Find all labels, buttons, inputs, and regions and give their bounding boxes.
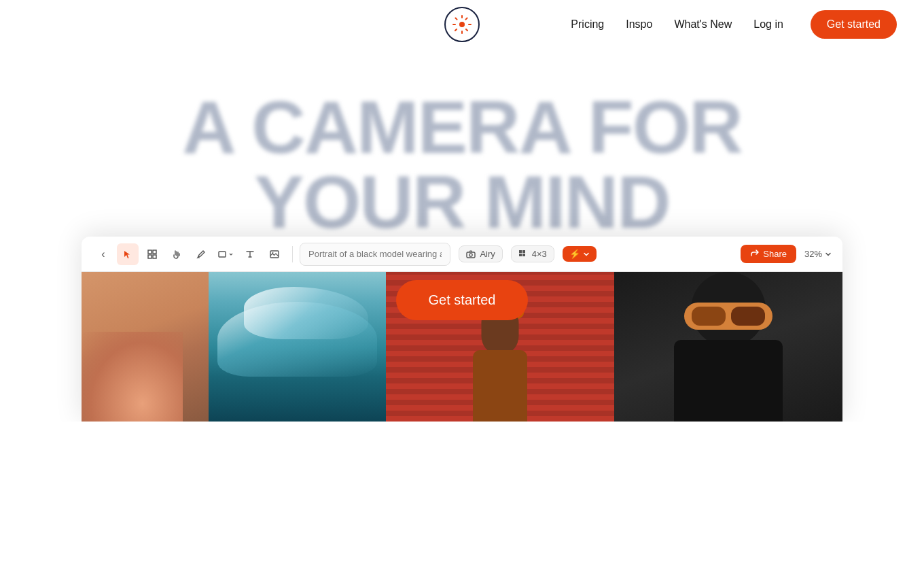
nav-inspo[interactable]: Inspo — [626, 18, 652, 31]
svg-rect-13 — [219, 252, 226, 257]
share-button[interactable]: Share — [741, 245, 796, 263]
svg-rect-6 — [465, 29, 469, 32]
logo-icon — [451, 14, 473, 35]
text-icon — [245, 250, 255, 259]
shape-tool[interactable] — [215, 243, 236, 265]
nav-get-started-button[interactable]: Get started — [811, 10, 897, 39]
logo-circle — [444, 7, 480, 42]
nav-whats-new[interactable]: What's New — [674, 18, 732, 31]
text-tool[interactable] — [190, 243, 212, 265]
camera-badge[interactable]: Airy — [459, 245, 502, 262]
svg-point-0 — [459, 22, 465, 27]
lightning-button[interactable]: ⚡ — [563, 246, 597, 262]
svg-rect-10 — [153, 250, 156, 254]
svg-point-17 — [469, 253, 472, 256]
camera-icon — [466, 250, 476, 259]
nav-pricing[interactable]: Pricing — [571, 18, 604, 31]
zoom-chevron-icon — [825, 251, 832, 258]
share-label: Share — [763, 249, 787, 259]
svg-rect-5 — [455, 17, 458, 20]
app-preview: ‹ — [82, 237, 842, 422]
svg-rect-11 — [148, 255, 152, 258]
type-tool[interactable] — [239, 243, 261, 265]
svg-rect-9 — [148, 250, 152, 254]
goggle-right — [731, 307, 765, 326]
svg-rect-20 — [519, 254, 522, 256]
logo[interactable] — [444, 7, 480, 42]
grid-icon — [147, 250, 157, 259]
zoom-control[interactable]: 32% — [804, 249, 832, 259]
toolbar-separator — [292, 246, 293, 262]
pan-tool[interactable] — [166, 243, 188, 265]
canvas-image-4 — [614, 272, 842, 422]
svg-rect-4 — [468, 24, 472, 25]
camera-mode-label: Airy — [480, 249, 495, 259]
image-icon — [270, 250, 279, 259]
body — [473, 350, 527, 422]
grid-tool[interactable] — [141, 243, 163, 265]
svg-rect-3 — [452, 24, 456, 25]
zoom-value: 32% — [804, 249, 822, 259]
navbar: Pricing Inspo What's New Log in Get star… — [0, 0, 924, 49]
body-dark — [674, 340, 783, 422]
svg-rect-12 — [153, 255, 156, 258]
hero-title-line1: A CAMERA FOR — [182, 90, 741, 165]
lightning-icon: ⚡ — [569, 249, 580, 259]
grid-size-icon — [518, 250, 528, 259]
nav-login[interactable]: Log in — [753, 18, 783, 31]
goggles — [684, 303, 772, 330]
image-tool[interactable] — [264, 243, 285, 265]
cursor-icon — [123, 250, 132, 259]
svg-rect-18 — [519, 250, 522, 253]
goggle-left — [692, 307, 726, 326]
app-toolbar: ‹ — [82, 237, 842, 272]
hand-icon — [172, 250, 181, 259]
chevron-down-small-icon — [583, 251, 590, 258]
nav-links: Pricing Inspo What's New Log in Get star… — [571, 10, 897, 39]
rect-icon — [217, 250, 227, 259]
pen-icon — [196, 250, 206, 259]
hero-title-line2: YOUR MIND — [182, 165, 741, 239]
grid-badge[interactable]: 4×3 — [511, 245, 554, 262]
canvas-image-1 — [82, 272, 209, 422]
chevron-down-icon — [228, 252, 234, 257]
prompt-input[interactable] — [300, 243, 450, 266]
hero-section: A CAMERA FOR YOUR MIND Get started ‹ — [0, 0, 924, 422]
svg-rect-8 — [455, 29, 458, 32]
img1-shape — [82, 332, 183, 422]
hero-title: A CAMERA FOR YOUR MIND — [182, 90, 741, 239]
share-icon — [750, 250, 759, 258]
back-button[interactable]: ‹ — [92, 243, 114, 265]
hero-get-started-button[interactable]: Get started — [396, 280, 529, 320]
svg-rect-7 — [465, 17, 468, 20]
svg-rect-1 — [461, 15, 463, 18]
svg-rect-2 — [461, 31, 463, 34]
grid-label: 4×3 — [532, 249, 547, 259]
canvas-image-2 — [209, 272, 386, 422]
svg-rect-19 — [522, 250, 525, 253]
svg-rect-21 — [522, 254, 525, 256]
person-4 — [660, 272, 796, 422]
select-tool[interactable] — [117, 243, 139, 265]
